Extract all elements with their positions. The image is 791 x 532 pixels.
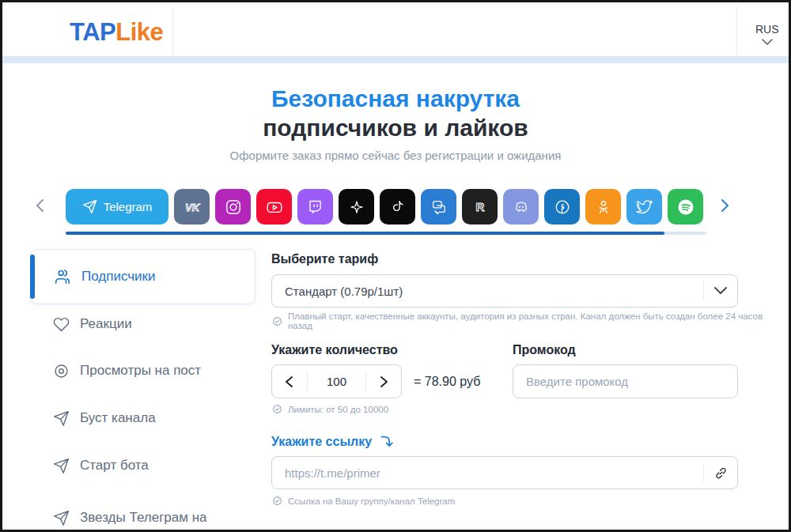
price-total: = 78.90 руб bbox=[414, 375, 480, 389]
check-circle-icon bbox=[272, 404, 282, 414]
quantity-increase-button[interactable] bbox=[366, 365, 401, 398]
sidebar-item-label: Звезды Телеграм на bbox=[80, 510, 207, 526]
heart-icon bbox=[53, 316, 70, 333]
chain-link-icon bbox=[713, 466, 729, 481]
language-label: RUS bbox=[755, 23, 779, 36]
quantity-hint-text: Лимиты: от 50 до 10000 bbox=[288, 405, 388, 414]
network-tab-odnoklassniki[interactable] bbox=[585, 189, 621, 224]
chat-bubbles-icon bbox=[430, 198, 448, 216]
paper-plane-icon bbox=[53, 410, 70, 427]
discord-icon bbox=[513, 198, 530, 216]
quantity-hint: Лимиты: от 50 до 10000 bbox=[272, 404, 388, 414]
network-tab-label: Telegram bbox=[104, 200, 153, 213]
logo-like: Like bbox=[115, 18, 163, 46]
network-tab-chat-bubbles[interactable] bbox=[421, 189, 456, 224]
page: TAPLike RUS Безопасная накруткаподписчик… bbox=[0, 0, 791, 532]
paper-plane-icon bbox=[53, 458, 70, 474]
sidebar-item-label: Подписчики bbox=[81, 269, 156, 285]
quantity-label: Укажите количество bbox=[271, 343, 398, 357]
eye-icon bbox=[53, 363, 70, 379]
youtube-icon bbox=[266, 198, 283, 216]
spotify-icon bbox=[676, 197, 696, 217]
chevron-left-icon bbox=[34, 198, 47, 213]
svg-text:VK: VK bbox=[184, 201, 200, 213]
network-tab-discord[interactable] bbox=[503, 189, 539, 224]
check-circle-icon bbox=[272, 316, 282, 326]
tariff-selected-value: Стандарт (0.79р/1шт) bbox=[272, 285, 703, 298]
sidebar-item-post-views[interactable]: Просмотры на пост bbox=[30, 353, 255, 388]
tariff-select-toggle[interactable] bbox=[704, 286, 737, 296]
tariff-label: Выберите тариф bbox=[271, 252, 378, 266]
network-tab-instagram[interactable] bbox=[215, 189, 251, 224]
link-hint: Ссылка на Вашу группу/канал Telegram bbox=[272, 496, 455, 506]
tariff-select[interactable]: Стандарт (0.79р/1шт) bbox=[271, 274, 738, 308]
sidebar-item-label: Просмотры на пост bbox=[80, 363, 201, 379]
promo-field bbox=[513, 364, 738, 398]
chevron-right-icon bbox=[718, 198, 731, 213]
network-tab-youtube[interactable] bbox=[256, 189, 292, 224]
sidebar-item-bot-start[interactable]: Старт бота bbox=[30, 448, 255, 483]
network-tab-facebook[interactable] bbox=[544, 189, 580, 224]
sidebar-item-label: Реакции bbox=[80, 316, 132, 332]
network-tab-twitch[interactable] bbox=[297, 189, 333, 224]
link-input[interactable] bbox=[272, 466, 703, 480]
sparkle-icon bbox=[349, 199, 365, 215]
curved-arrow-down-icon bbox=[380, 434, 395, 449]
page-subtitle: Оформите заказ прямо сейчас без регистра… bbox=[2, 149, 789, 162]
sidebar-item-subscribers[interactable]: Подписчики bbox=[30, 249, 255, 304]
quantity-input[interactable] bbox=[308, 365, 365, 398]
quantity-decrease-button[interactable] bbox=[272, 365, 307, 398]
link-label-text: Укажите ссылку bbox=[271, 435, 372, 449]
network-tab-rutube[interactable]: R bbox=[462, 189, 498, 224]
sidebar-item-channel-boost[interactable]: Буст канала bbox=[30, 401, 255, 436]
header-divider bbox=[736, 6, 737, 56]
svg-text:R: R bbox=[475, 200, 484, 213]
tariff-hint-text: Плавный старт, качественные аккаунты, ау… bbox=[288, 311, 789, 330]
sidebar-item-label: Старт бота bbox=[80, 458, 149, 474]
odnoklassniki-icon bbox=[595, 198, 612, 216]
twitch-icon bbox=[307, 198, 324, 215]
page-title-line1: Безопасная накрутка bbox=[2, 84, 789, 113]
instagram-icon bbox=[225, 198, 242, 216]
sidebar-item-telegram-stars[interactable]: Звезды Телеграм на bbox=[30, 500, 255, 532]
network-tab-vk[interactable]: VK bbox=[174, 189, 210, 224]
vk-icon: VK bbox=[182, 197, 202, 217]
paper-plane-icon bbox=[53, 510, 70, 526]
link-hint-text: Ссылка на Вашу группу/канал Telegram bbox=[288, 496, 455, 506]
network-tab-twitter[interactable] bbox=[626, 189, 662, 224]
network-tab-spotify[interactable] bbox=[668, 189, 703, 224]
chevron-down-icon bbox=[762, 39, 773, 45]
rutube-icon: R bbox=[470, 197, 490, 217]
link-field bbox=[271, 456, 738, 489]
logo-tap: TAP bbox=[70, 18, 115, 46]
carousel-prev-button[interactable] bbox=[34, 198, 47, 217]
header-divider bbox=[172, 6, 173, 56]
sidebar-item-label: Буст канала bbox=[80, 410, 156, 426]
link-label[interactable]: Укажите ссылку bbox=[271, 434, 395, 449]
tariff-hint: Плавный старт, качественные аккаунты, ау… bbox=[272, 311, 789, 330]
carousel-scrollbar-thumb bbox=[66, 232, 664, 235]
network-tab-sparkle[interactable] bbox=[339, 189, 374, 224]
tiktok-icon bbox=[389, 198, 406, 215]
carousel-next-button[interactable] bbox=[718, 198, 731, 217]
sidebar-item-reactions[interactable]: Реакции bbox=[30, 307, 255, 341]
telegram-paper-plane-icon bbox=[82, 199, 97, 214]
promo-input[interactable] bbox=[513, 375, 737, 388]
chevron-right-icon bbox=[378, 375, 389, 388]
language-switcher[interactable]: RUS bbox=[755, 23, 779, 45]
facebook-icon bbox=[554, 198, 571, 216]
logo[interactable]: TAPLike bbox=[70, 18, 163, 47]
promo-label: Промокод bbox=[513, 343, 576, 357]
carousel-scrollbar[interactable] bbox=[66, 232, 706, 235]
twitter-bird-icon bbox=[635, 198, 653, 216]
active-accent-bar bbox=[30, 255, 35, 299]
network-tab-telegram[interactable]: Telegram bbox=[66, 189, 168, 224]
chevron-left-icon bbox=[284, 375, 295, 388]
users-icon bbox=[54, 268, 71, 285]
quantity-stepper bbox=[271, 364, 402, 398]
network-tab-tiktok[interactable] bbox=[380, 189, 415, 224]
network-carousel: Telegram VK R bbox=[66, 189, 703, 224]
link-paste-button[interactable] bbox=[704, 466, 737, 481]
page-title-line2: подписчиков и лайков bbox=[263, 115, 528, 141]
header-separator bbox=[2, 56, 789, 63]
